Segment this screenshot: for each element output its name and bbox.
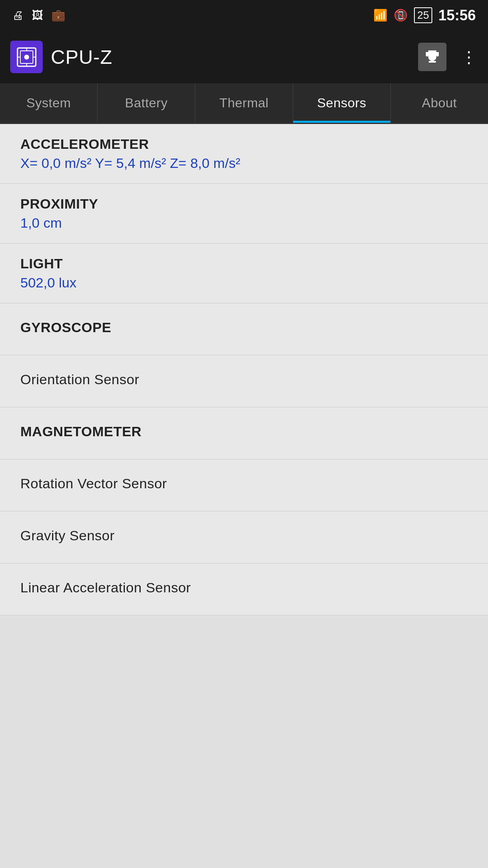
- proximity-value: 1,0 cm: [20, 215, 468, 231]
- tab-sensors[interactable]: Sensors: [293, 83, 391, 123]
- tab-about[interactable]: About: [391, 83, 488, 123]
- svg-rect-7: [431, 57, 434, 61]
- wifi-icon: 📶: [373, 9, 388, 22]
- svg-point-2: [24, 54, 29, 59]
- magnetometer-item: MAGNETOMETER: [0, 407, 488, 459]
- rotation-item: Rotation Vector Sensor: [0, 459, 488, 511]
- linear-acceleration-item: Linear Acceleration Sensor: [0, 563, 488, 616]
- light-label: LIGHT: [20, 256, 468, 272]
- light-value: 502,0 lux: [20, 275, 468, 291]
- gyroscope-label: GYROSCOPE: [20, 320, 468, 335]
- app-title-section: CPU-Z: [10, 41, 113, 73]
- status-time: 15:56: [438, 7, 476, 24]
- rotation-label: Rotation Vector Sensor: [20, 476, 468, 492]
- image-icon: 🖼: [32, 9, 43, 22]
- battery-indicator: 25: [414, 7, 432, 23]
- gravity-item: Gravity Sensor: [0, 511, 488, 563]
- tab-battery[interactable]: Battery: [98, 83, 195, 123]
- status-bar: 🖨 🖼 💼 📶 📵 25 15:56: [0, 0, 488, 30]
- linear-acceleration-label: Linear Acceleration Sensor: [20, 580, 468, 596]
- accelerometer-value: X= 0,0 m/s² Y= 5,4 m/s² Z= 8,0 m/s²: [20, 155, 468, 171]
- proximity-label: PROXIMITY: [20, 196, 468, 212]
- accelerometer-label: ACCELEROMETER: [20, 136, 468, 152]
- sensors-content: ACCELEROMETER X= 0,0 m/s² Y= 5,4 m/s² Z=…: [0, 124, 488, 616]
- accelerometer-item: ACCELEROMETER X= 0,0 m/s² Y= 5,4 m/s² Z=…: [0, 124, 488, 184]
- overflow-menu-button[interactable]: ⋮: [461, 48, 478, 66]
- signal-off-icon: 📵: [394, 9, 408, 22]
- app-header: CPU-Z ⋮: [0, 30, 488, 83]
- tab-bar: System Battery Thermal Sensors About: [0, 83, 488, 124]
- gravity-label: Gravity Sensor: [20, 528, 468, 544]
- briefcase-icon: 💼: [51, 9, 65, 22]
- trophy-button[interactable]: [418, 43, 447, 71]
- header-icons: ⋮: [418, 43, 478, 71]
- magnetometer-label: MAGNETOMETER: [20, 424, 468, 439]
- orientation-item: Orientation Sensor: [0, 355, 488, 407]
- print-icon: 🖨: [12, 9, 24, 22]
- gyroscope-item: GYROSCOPE: [0, 303, 488, 355]
- light-item: LIGHT 502,0 lux: [0, 244, 488, 303]
- status-bar-right: 📶 📵 25 15:56: [373, 7, 476, 24]
- app-icon: [10, 41, 43, 73]
- orientation-label: Orientation Sensor: [20, 372, 468, 387]
- svg-rect-8: [429, 61, 436, 63]
- status-bar-left: 🖨 🖼 💼: [12, 9, 65, 22]
- app-title: CPU-Z: [51, 46, 113, 68]
- proximity-item: PROXIMITY 1,0 cm: [0, 184, 488, 244]
- tab-system[interactable]: System: [0, 83, 98, 123]
- tab-thermal[interactable]: Thermal: [195, 83, 293, 123]
